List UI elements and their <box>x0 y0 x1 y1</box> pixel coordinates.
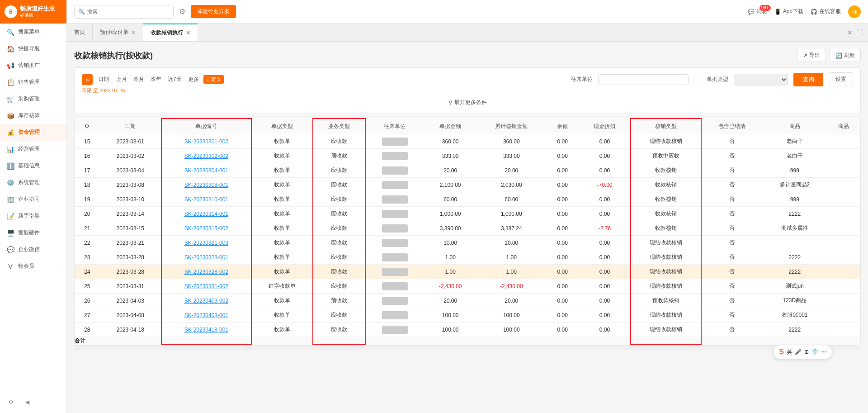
cell-doc-no[interactable]: SK-20230315-002 <box>161 221 251 236</box>
cell-doc-type: 收款单 <box>251 294 313 308</box>
cell-doc-no[interactable]: SK-20230301-002 <box>161 134 251 149</box>
cell-doc-no[interactable]: SK-20230418-001 <box>161 323 251 337</box>
tab-home[interactable]: 首页 <box>67 24 93 41</box>
date-last-month[interactable]: 上月 <box>114 75 129 84</box>
app-download-btn[interactable]: 📱 App下载 <box>774 8 803 15</box>
sidebar-item-basic[interactable]: ℹ️ 基础信息 <box>0 157 66 174</box>
sidebar-item-search[interactable]: 🔍 搜索菜单 <box>0 24 66 40</box>
cell-doc-no[interactable]: SK-20230310-001 <box>161 192 251 207</box>
cell-doc-no[interactable]: SK-20230403-002 <box>161 294 251 308</box>
cell-goods2 <box>827 163 860 178</box>
export-button[interactable]: ↗ 导出 <box>797 49 826 62</box>
col-doc-type[interactable]: 单据类型 <box>251 119 313 134</box>
table-row: 242023-03-28SK-20230328-002收款单应收款██1.001… <box>75 265 860 279</box>
date-7days[interactable]: 近7天 <box>166 75 184 84</box>
sidebar-collapse-btn[interactable]: ◀ <box>21 396 33 408</box>
refresh-icon: 🔄 <box>835 52 842 59</box>
col-date[interactable]: 日期 <box>99 119 161 134</box>
sidebar-item-system[interactable]: ⚙️ 系统管理 <box>0 174 66 191</box>
tab-verify[interactable]: 收款核销执行 ✕ <box>143 24 198 41</box>
col-balance[interactable]: 余额 <box>546 119 579 134</box>
topbar-search-box[interactable]: 🔍 <box>74 5 174 19</box>
message-btn[interactable]: 💬 消息 99+ <box>748 8 767 15</box>
col-gear[interactable]: ⚙ <box>75 119 99 134</box>
col-doc-no[interactable]: 单据编号 <box>161 119 251 134</box>
topbar: 🔍 ⚙ 体验行业方案 💬 消息 99+ 📱 App下载 🎧 在线客服 Rit <box>67 0 868 24</box>
date-this-year[interactable]: 本年 <box>149 75 163 84</box>
sidebar-item-wechat[interactable]: 💬 企业微信 <box>0 241 66 258</box>
finance-icon: 💰 <box>6 129 14 136</box>
col-amount[interactable]: 单据金额 <box>424 119 476 134</box>
date-custom-btn[interactable]: 自定义 <box>203 75 224 84</box>
doc-no-link[interactable]: SK-20230321-003 <box>184 240 228 246</box>
cell-doc-no[interactable]: SK-20230314-001 <box>161 207 251 221</box>
cell-doc-no[interactable]: SK-20230321-003 <box>161 236 251 250</box>
col-partner[interactable]: 往来单位 <box>365 119 424 134</box>
doc-no-link[interactable]: SK-20230403-002 <box>184 298 228 304</box>
sidebar-item-hardware[interactable]: 🖥️ 智能硬件 <box>0 224 66 241</box>
scrollbar[interactable] <box>74 346 861 350</box>
col-include-settled[interactable]: 包含已结清 <box>701 119 762 134</box>
cell-date: 2023-03-28 <box>99 265 161 279</box>
expand-conditions-btn[interactable]: ∨ 展开更多条件 <box>448 97 487 108</box>
search-input[interactable] <box>87 9 170 15</box>
tab-close-btn[interactable]: ✕ <box>847 29 853 36</box>
sidebar-settings-btn[interactable]: ⚙ <box>5 396 17 408</box>
doc-no-link[interactable]: SK-20230302-002 <box>184 153 228 159</box>
partner-input[interactable] <box>598 74 689 85</box>
settings-icon[interactable]: ⚙ <box>179 7 185 16</box>
col-cumulative[interactable]: 累计核销金额 <box>477 119 546 134</box>
cell-doc-no[interactable]: SK-20230328-002 <box>161 265 251 279</box>
sidebar-item-member[interactable]: V 畅会员 <box>0 258 66 275</box>
doc-no-link[interactable]: SK-20230418-001 <box>184 327 228 333</box>
solution-button[interactable]: 体验行业方案 <box>191 5 236 18</box>
col-goods[interactable]: 商品 <box>762 119 827 134</box>
doc-type-select[interactable] <box>734 74 788 85</box>
sidebar-item-marketing[interactable]: 📢 营销推广 <box>0 57 66 74</box>
doc-no-link[interactable]: SK-20230328-001 <box>184 254 228 261</box>
col-biz-type[interactable]: 业务类型 <box>313 119 365 134</box>
col-discount[interactable]: 现金折扣 <box>579 119 631 134</box>
cell-doc-no[interactable]: SK-20230328-001 <box>161 250 251 265</box>
cell-doc-no[interactable]: SK-20230408-001 <box>161 308 251 323</box>
doc-no-link[interactable]: SK-20230304-001 <box>184 167 228 174</box>
settings-button[interactable]: 设置 <box>829 72 853 86</box>
footer-cumulative <box>477 337 546 345</box>
sidebar-item-operation[interactable]: 📊 经营管理 <box>0 141 66 157</box>
cell-doc-no[interactable]: SK-20230302-002 <box>161 149 251 163</box>
tab-verify-close[interactable]: ✕ <box>186 30 190 36</box>
sidebar-item-sales[interactable]: 📋 销售管理 <box>0 74 66 90</box>
date-this-month[interactable]: 本月 <box>132 75 146 84</box>
doc-no-link[interactable]: SK-20230328-002 <box>184 269 228 275</box>
doc-no-link[interactable]: SK-20230310-001 <box>184 196 228 203</box>
cell-goods: 123D商品 <box>762 294 827 308</box>
cell-doc-no[interactable]: SK-20230304-001 <box>161 163 251 178</box>
date-more[interactable]: 更多 <box>186 75 201 84</box>
sidebar-item-finance[interactable]: 💰 资金管理 <box>0 124 66 141</box>
doc-no-link[interactable]: SK-20230408-001 <box>184 312 228 318</box>
sidebar-item-inventory[interactable]: 📦 库存核算 <box>0 107 66 124</box>
sidebar-item-purchase[interactable]: 🛒 采购管理 <box>0 90 66 107</box>
cell-doc-no[interactable]: SK-20230308-001 <box>161 178 251 192</box>
cell-include-settled: 否 <box>701 294 762 308</box>
page-body: 收款核销执行(按收款) ↗ 导出 🔄 刷新 » 日期 上月 本月 <box>67 42 868 413</box>
doc-no-link[interactable]: SK-20230314-001 <box>184 211 228 217</box>
col-verify-type[interactable]: 核销类型 <box>631 119 701 134</box>
filter-toggle-btn[interactable]: » <box>82 74 93 85</box>
service-btn[interactable]: 🎧 在线客服 <box>811 8 841 15</box>
tab-prepay[interactable]: 预付/应付单 ✕ <box>93 24 143 41</box>
doc-no-link[interactable]: SK-20230308-001 <box>184 182 228 188</box>
col-goods2[interactable]: 商品 <box>827 119 860 134</box>
doc-no-link[interactable]: SK-20230301-002 <box>184 138 228 145</box>
sidebar-item-guide[interactable]: 📝 新手引导 <box>0 208 66 224</box>
doc-no-link[interactable]: SK-20230331-002 <box>184 283 228 290</box>
sidebar-item-corp[interactable]: 🏢 企业协同 <box>0 191 66 208</box>
doc-no-link[interactable]: SK-20230315-002 <box>184 225 228 232</box>
cell-doc-no[interactable]: SK-20230331-002 <box>161 279 251 294</box>
avatar[interactable]: Rit <box>848 5 861 18</box>
tab-expand-btn[interactable]: ⛶ <box>856 29 863 36</box>
tab-prepay-close[interactable]: ✕ <box>131 29 136 36</box>
sidebar-item-quicknav[interactable]: 🏠 快捷导航 <box>0 40 66 57</box>
query-button[interactable]: 查询 <box>793 73 823 86</box>
refresh-button[interactable]: 🔄 刷新 <box>830 49 861 62</box>
